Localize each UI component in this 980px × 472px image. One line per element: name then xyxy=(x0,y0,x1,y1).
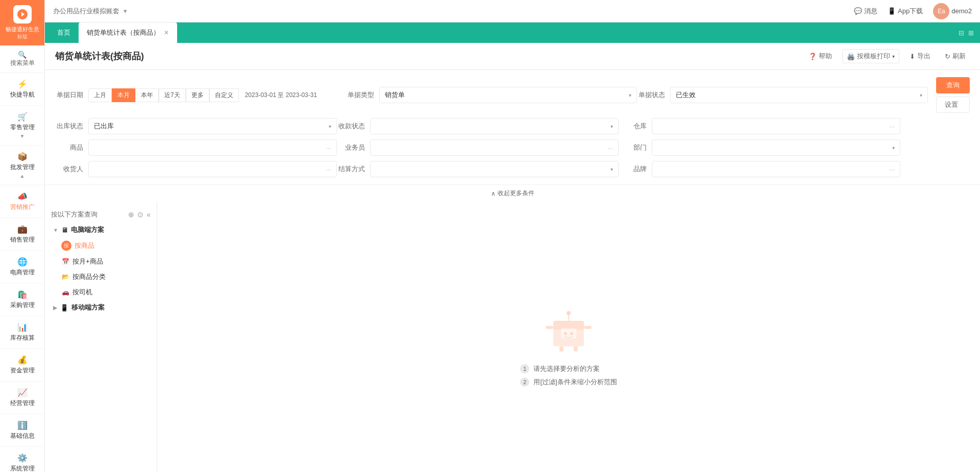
tab-active[interactable]: 销货单统计表（按商品） ✕ xyxy=(79,22,177,43)
doc-status-value: 已生效 xyxy=(676,90,696,100)
by-goods-label: 按商品 xyxy=(75,241,94,250)
brand-control: ··· xyxy=(652,161,900,177)
sidebar-search[interactable]: 🔍 搜索菜单 xyxy=(0,45,44,73)
receipt-control: ▾ xyxy=(370,118,619,134)
tip-num-1: 1 xyxy=(520,364,529,373)
sidebar-item-quick-nav[interactable]: ⚡ 快捷导航 xyxy=(0,73,44,106)
retail-label: 零售管理 xyxy=(10,123,35,132)
topbar: 办公用品行业模拟账套 ▾ 💬 消息 📱 App下载 Ea demo2 xyxy=(45,0,980,22)
add-scheme-icon[interactable]: ⊕ xyxy=(128,210,134,219)
receiver-input[interactable]: ··· xyxy=(88,161,337,177)
date-range-display: 2023-03-01 至 2023-03-31 xyxy=(245,91,317,100)
pc-group-arrow: ▼ xyxy=(53,227,58,233)
storage-input[interactable]: ··· xyxy=(652,118,900,134)
storage-label: 仓库 xyxy=(619,122,652,131)
topbar-dropdown-icon[interactable]: ▾ xyxy=(124,7,127,15)
app-download-icon: 📱 xyxy=(888,7,896,15)
storage-dots: ··· xyxy=(889,123,895,130)
collapse-panel-icon[interactable]: « xyxy=(146,210,151,219)
sidebar-item-operations[interactable]: 📈 经营管理 xyxy=(0,382,44,414)
print-icon: 🖨️ xyxy=(847,53,855,60)
doc-status-select[interactable]: 已生效 ▾ xyxy=(670,87,928,103)
date-btn-last-month[interactable]: 上月 xyxy=(88,88,112,102)
warehouse-control: 已出库 ▾ xyxy=(88,118,337,134)
retail-icon: 🛒 xyxy=(17,112,28,122)
settlement-select[interactable]: ▾ xyxy=(370,161,619,177)
system-label: 系统管理 xyxy=(10,464,35,472)
doc-status-arrow: ▾ xyxy=(920,92,922,98)
tree-item-by-driver[interactable]: 🚗 按司机 xyxy=(45,285,157,300)
sidebar-item-purchase[interactable]: 🛍️ 采购管理 xyxy=(0,284,44,316)
query-btn[interactable]: 查询 xyxy=(936,77,970,93)
date-btn-more[interactable]: 更多 xyxy=(186,88,209,102)
inventory-label: 库存核算 xyxy=(10,334,35,342)
operations-label: 经营管理 xyxy=(10,399,35,408)
doc-type-select[interactable]: 销货单 ▾ xyxy=(379,87,637,103)
doc-type-arrow: ▾ xyxy=(629,92,631,98)
sidebar-item-inventory[interactable]: 📊 库存核算 xyxy=(0,316,44,349)
tab-fullscreen-icon[interactable]: ⊞ xyxy=(968,29,974,37)
sidebar-item-ecommerce[interactable]: 🌐 电商管理 xyxy=(0,251,44,284)
tree-item-by-goods[interactable]: 按 按商品 xyxy=(45,238,157,254)
brand-label: 品牌 xyxy=(619,164,652,174)
warehouse-select[interactable]: 已出库 ▾ xyxy=(88,118,337,134)
doc-status-label: 单据状态 xyxy=(637,90,670,100)
tab-home[interactable]: 首页 xyxy=(49,22,79,43)
by-month-goods-label: 按月+商品 xyxy=(72,257,103,266)
receiver-dots: ··· xyxy=(326,166,331,173)
refresh-btn[interactable]: ↻ 刷新 xyxy=(941,50,970,63)
brand-input[interactable]: ··· xyxy=(652,161,900,177)
empty-tips: 1 请先选择要分析的方案 2 用[过滤]条件来缩小分析范围 xyxy=(520,364,617,387)
sidebar-item-marketing[interactable]: 📣 营销推广 xyxy=(0,185,44,218)
date-btn-custom[interactable]: 自定义 xyxy=(209,88,239,102)
sidebar-item-finance[interactable]: 💰 资金管理 xyxy=(0,349,44,382)
tip-num-2: 2 xyxy=(520,377,529,387)
help-btn[interactable]: ❓ 帮助 xyxy=(804,50,836,63)
tree-group-pc[interactable]: ▼ 🖥 电脑端方案 xyxy=(45,222,157,238)
app-download-btn[interactable]: 📱 App下载 xyxy=(888,7,923,16)
app-subtitle: 标版 xyxy=(17,33,28,40)
sidebar-item-wholesale[interactable]: 📦 批发管理 ▲ xyxy=(0,146,44,185)
sidebar-item-system[interactable]: ⚙️ 系统管理 xyxy=(0,447,44,472)
receipt-select[interactable]: ▾ xyxy=(370,118,619,134)
staff-dots: ··· xyxy=(607,144,613,152)
dept-select[interactable]: ▾ xyxy=(652,139,900,156)
tree-group-mobile[interactable]: ▶ 📱 移动端方案 xyxy=(45,300,157,315)
svg-rect-2 xyxy=(561,328,576,339)
active-tab-label: 销货单统计表（按商品） xyxy=(87,28,160,37)
marketing-icon: 📣 xyxy=(17,192,28,201)
tab-minimize-icon[interactable]: ⊟ xyxy=(959,29,964,37)
settings-btn[interactable]: 设置 xyxy=(936,97,970,113)
inventory-icon: 📊 xyxy=(17,322,28,332)
marketing-label: 营销推广 xyxy=(10,203,35,211)
date-btn-this-month[interactable]: 本月 xyxy=(112,88,135,102)
message-btn[interactable]: 💬 消息 xyxy=(854,7,877,16)
operations-icon: 📈 xyxy=(17,388,28,397)
sidebar-item-basic-info[interactable]: ℹ️ 基础信息 xyxy=(0,414,44,447)
edit-scheme-icon[interactable]: ⊙ xyxy=(137,210,143,219)
app-logo: 畅捷通好生意 标版 xyxy=(0,0,45,45)
date-btn-this-year[interactable]: 本年 xyxy=(135,88,159,102)
user-area[interactable]: Ea demo2 xyxy=(933,3,972,19)
page-content: 销货单统计表(按商品) ❓ 帮助 🖨️ 按模板打印 ▾ ⬇ 导出 ↻ 刷新 xyxy=(45,43,980,472)
sidebar-item-sales[interactable]: 💼 销售管理 xyxy=(0,218,44,251)
filter-row-warehouse: 出库状态 已出库 ▾ 收款状态 ▾ xyxy=(45,113,980,134)
collapse-label: 收起更多条件 xyxy=(498,189,534,198)
tree-item-by-month-goods[interactable]: 📅 按月+商品 xyxy=(45,254,157,269)
staff-input[interactable]: ··· xyxy=(370,139,619,156)
tab-close-icon[interactable]: ✕ xyxy=(164,29,169,36)
basic-info-label: 基础信息 xyxy=(10,432,35,440)
sidebar-item-retail[interactable]: 🛒 零售管理 ▼ xyxy=(0,106,44,146)
date-btn-7days[interactable]: 近7天 xyxy=(159,88,186,102)
tree-item-by-category[interactable]: 📂 按商品分类 xyxy=(45,269,157,285)
svg-rect-7 xyxy=(559,346,564,351)
collapse-bar[interactable]: ∧ 收起更多条件 xyxy=(45,184,980,202)
dept-arrow: ▾ xyxy=(892,145,895,151)
goods-control: ··· xyxy=(88,139,337,156)
export-btn[interactable]: ⬇ 导出 xyxy=(905,50,935,63)
print-btn[interactable]: 🖨️ 按模板打印 ▾ xyxy=(842,49,899,63)
svg-rect-10 xyxy=(584,326,592,329)
app-name: 畅捷通好生意 xyxy=(6,26,39,33)
goods-input[interactable]: ··· xyxy=(88,139,337,156)
empty-tip-2: 2 用[过滤]条件来缩小分析范围 xyxy=(520,377,617,387)
